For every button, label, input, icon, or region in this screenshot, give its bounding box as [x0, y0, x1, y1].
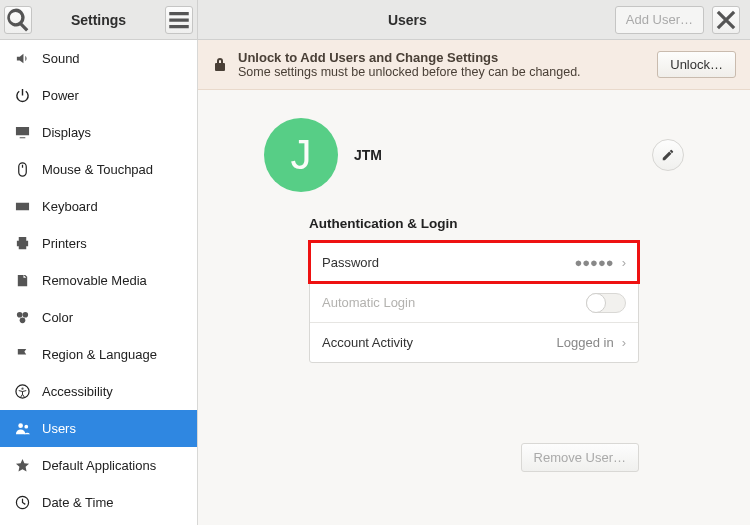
edit-user-button[interactable] — [652, 139, 684, 171]
sidebar-item-region-language[interactable]: Region & Language — [0, 336, 197, 373]
close-button[interactable] — [712, 6, 740, 34]
settings-title: Settings — [36, 12, 161, 28]
sidebar-item-users[interactable]: Users — [0, 410, 197, 447]
monitor-icon — [14, 125, 30, 141]
pencil-icon — [661, 148, 675, 162]
banner-subtitle: Some settings must be unlocked before th… — [238, 65, 581, 79]
sidebar-item-label: Displays — [42, 125, 183, 140]
power-icon — [14, 88, 30, 104]
search-button[interactable] — [4, 6, 32, 34]
password-row[interactable]: Password ●●●●● › — [310, 242, 638, 282]
sidebar-item-label: Accessibility — [42, 384, 183, 399]
sidebar-item-label: Date & Time — [42, 495, 183, 510]
close-icon — [713, 7, 739, 33]
sidebar-item-keyboard[interactable]: Keyboard — [0, 188, 197, 225]
lock-icon — [212, 57, 228, 73]
banner-title: Unlock to Add Users and Change Settings — [238, 50, 498, 65]
sidebar-item-default-apps[interactable]: Default Applications — [0, 447, 197, 484]
auth-card: Password ●●●●● › Automatic Login Account… — [309, 241, 639, 363]
svg-point-1 — [22, 312, 28, 318]
keyboard-icon — [14, 199, 30, 215]
svg-point-5 — [18, 423, 23, 428]
svg-point-2 — [19, 318, 25, 324]
add-user-button[interactable]: Add User… — [615, 6, 704, 34]
sidebar-item-label: Keyboard — [42, 199, 183, 214]
menu-icon — [166, 7, 192, 33]
sidebar-item-power[interactable]: Power — [0, 77, 197, 114]
main-panel: Unlock to Add Users and Change Settings … — [198, 40, 750, 525]
svg-point-6 — [24, 425, 28, 429]
user-display-name: JTM — [354, 147, 382, 163]
sidebar-item-accessibility[interactable]: Accessibility — [0, 373, 197, 410]
account-activity-value: Logged in — [557, 335, 614, 350]
remove-user-button[interactable]: Remove User… — [521, 443, 639, 472]
sidebar-item-printers[interactable]: Printers — [0, 225, 197, 262]
sidebar-item-label: Removable Media — [42, 273, 183, 288]
users-icon — [14, 421, 30, 437]
menu-button[interactable] — [165, 6, 193, 34]
sidebar-item-date-time[interactable]: Date & Time — [0, 484, 197, 521]
disk-icon — [14, 273, 30, 289]
svg-point-4 — [21, 388, 23, 390]
clock-icon — [14, 495, 30, 511]
sidebar-item-label: Users — [42, 421, 183, 436]
chevron-right-icon: › — [622, 255, 626, 270]
row-label: Automatic Login — [322, 295, 586, 310]
sidebar-item-about[interactable]: About — [0, 521, 197, 525]
sidebar-item-label: Mouse & Touchpad — [42, 162, 183, 177]
locked-banner: Unlock to Add Users and Change Settings … — [198, 40, 750, 90]
mouse-icon — [14, 162, 30, 178]
avatar[interactable]: J — [264, 118, 338, 192]
auth-section-heading: Authentication & Login — [309, 216, 639, 231]
sidebar-item-label: Region & Language — [42, 347, 183, 362]
sidebar-item-label: Color — [42, 310, 183, 325]
search-icon — [5, 7, 31, 33]
unlock-button[interactable]: Unlock… — [657, 51, 736, 78]
sidebar: SoundPowerDisplaysMouse & TouchpadKeyboa… — [0, 40, 198, 525]
sidebar-item-label: Default Applications — [42, 458, 183, 473]
sidebar-item-label: Sound — [42, 51, 183, 66]
page-title: Users — [204, 12, 611, 28]
sidebar-item-mouse-touchpad[interactable]: Mouse & Touchpad — [0, 151, 197, 188]
svg-point-0 — [16, 312, 22, 318]
printer-icon — [14, 236, 30, 252]
account-activity-row[interactable]: Account Activity Logged in › — [310, 322, 638, 362]
sidebar-item-label: Power — [42, 88, 183, 103]
speaker-icon — [14, 51, 30, 67]
sidebar-item-removable-media[interactable]: Removable Media — [0, 262, 197, 299]
star-icon — [14, 458, 30, 474]
row-label: Account Activity — [322, 335, 557, 350]
chevron-right-icon: › — [622, 335, 626, 350]
a11y-icon — [14, 384, 30, 400]
row-label: Password — [322, 255, 574, 270]
palette-icon — [14, 310, 30, 326]
automatic-login-toggle[interactable] — [586, 293, 626, 313]
sidebar-item-color[interactable]: Color — [0, 299, 197, 336]
flag-icon — [14, 347, 30, 363]
automatic-login-row: Automatic Login — [310, 282, 638, 322]
sidebar-item-sound[interactable]: Sound — [0, 40, 197, 77]
sidebar-item-displays[interactable]: Displays — [0, 114, 197, 151]
password-mask: ●●●●● — [574, 255, 613, 270]
sidebar-item-label: Printers — [42, 236, 183, 251]
